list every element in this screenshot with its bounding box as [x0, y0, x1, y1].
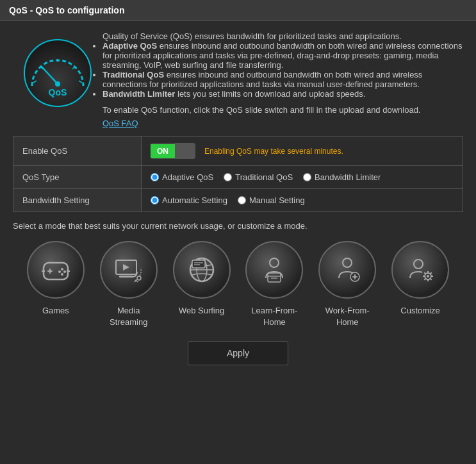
svg-point-15 [61, 273, 63, 276]
svg-point-39 [414, 260, 423, 269]
manual-setting-radio[interactable] [238, 196, 246, 204]
svg-point-30 [270, 258, 279, 267]
customize-icon [391, 241, 449, 299]
adaptive-desc: ensures inbound and outbound bandwidth o… [103, 41, 463, 70]
toggle-container: ON Enabling QoS may take several minutes… [151, 143, 454, 159]
enable-text: To enable QoS function, click the QoS sl… [103, 105, 463, 115]
enable-qos-toggle[interactable]: ON [151, 143, 195, 159]
page-header: QoS - QoS to configuration [0, 0, 476, 21]
adaptive-qos-option[interactable]: Adaptive QoS [151, 172, 213, 182]
adaptive-qos-radio[interactable] [151, 173, 159, 181]
svg-point-38 [354, 276, 356, 278]
web-surfing-label: Web Surfing [179, 305, 224, 317]
svg-line-49 [424, 279, 425, 280]
toggle-on-label: ON [151, 144, 175, 158]
bandwidth-limiter-label: Bandwidth Limiter [315, 172, 381, 182]
bandwidth-limiter-radio[interactable] [303, 173, 311, 181]
modes-container: Games MediaStreaming [13, 241, 463, 328]
svg-point-13 [63, 270, 66, 273]
svg-point-2 [55, 81, 60, 87]
web-surfing-icon [173, 241, 231, 299]
page-title: QoS - QoS to configuration [9, 5, 467, 15]
bandwidth-group: Automatic Setting Manual Setting [151, 195, 454, 205]
adaptive-item: Adaptive QoS ensures inbound and outboun… [103, 41, 463, 70]
svg-rect-31 [268, 273, 281, 282]
svg-point-34 [343, 258, 352, 267]
svg-rect-20 [119, 276, 133, 278]
traditional-qos-radio[interactable] [224, 173, 232, 181]
toggle-off-label [175, 143, 195, 159]
media-streaming-icon [100, 241, 158, 299]
games-label: Games [42, 305, 69, 317]
qos-type-row: QoS Type Adaptive QoS Traditional QoS Ba… [13, 166, 463, 189]
bandwidth-label: Bandwidth Limiter [103, 89, 175, 99]
bandwidth-setting-label: Bandwidth Setting [13, 189, 142, 212]
bandwidth-desc: lets you set limits on download and uplo… [175, 89, 365, 99]
work-from-home-icon [318, 241, 376, 299]
traditional-label: Traditional QoS [103, 70, 164, 79]
svg-point-41 [427, 275, 429, 278]
learn-from-home-label: Learn-From-Home [251, 305, 297, 328]
bandwidth-setting-row: Bandwidth Setting Automatic Setting Manu… [13, 189, 463, 212]
intro-text-block: Quality of Service (QoS) ensures bandwid… [103, 31, 463, 128]
auto-setting-label: Automatic Setting [162, 195, 227, 205]
traditional-qos-option[interactable]: Traditional QoS [224, 172, 293, 182]
qos-type-group: Adaptive QoS Traditional QoS Bandwidth L… [151, 172, 454, 182]
content-area: QoS Quality of Service (QoS) ensures ban… [0, 21, 476, 376]
intro-main: Quality of Service (QoS) ensures bandwid… [103, 31, 463, 41]
mode-learn-from-home[interactable]: Learn-From-Home [245, 241, 303, 328]
qos-logo: QoS [13, 38, 103, 108]
svg-point-12 [61, 268, 63, 270]
apply-button[interactable]: Apply [188, 341, 288, 365]
svg-point-21 [137, 276, 141, 280]
svg-point-14 [58, 270, 61, 273]
mode-media-streaming[interactable]: MediaStreaming [100, 241, 158, 328]
svg-marker-19 [123, 264, 129, 270]
svg-line-48 [431, 272, 432, 274]
work-from-home-label: Work-From-Home [325, 305, 370, 328]
qos-type-label: QoS Type [13, 166, 142, 189]
customize-label: Customize [400, 305, 439, 317]
intro-section: QoS Quality of Service (QoS) ensures ban… [13, 31, 463, 128]
settings-table: Enable QoS ON Enabling QoS may take seve… [13, 136, 463, 212]
mode-customize[interactable]: Customize [391, 241, 449, 317]
mode-games[interactable]: Games [27, 241, 85, 317]
media-streaming-label: MediaStreaming [110, 305, 147, 328]
svg-line-23 [136, 280, 138, 282]
enable-qos-label: Enable QoS [13, 137, 142, 166]
svg-line-47 [431, 279, 432, 280]
qos-warning: Enabling QoS may take several minutes. [204, 147, 343, 156]
mode-work-from-home[interactable]: Work-From-Home [318, 241, 376, 328]
svg-line-46 [424, 272, 425, 274]
traditional-qos-label: Traditional QoS [235, 172, 293, 182]
bandwidth-limiter-option[interactable]: Bandwidth Limiter [303, 172, 381, 182]
svg-text:QoS: QoS [49, 87, 67, 97]
enable-qos-row: Enable QoS ON Enabling QoS may take seve… [13, 137, 463, 166]
svg-rect-27 [192, 260, 205, 268]
manual-setting-option[interactable]: Manual Setting [238, 195, 305, 205]
bandwidth-item: Bandwidth Limiter lets you set limits on… [103, 89, 463, 99]
learn-from-home-icon [245, 241, 303, 299]
feature-list: Adaptive QoS ensures inbound and outboun… [103, 41, 463, 99]
manual-setting-label: Manual Setting [249, 195, 305, 205]
auto-setting-radio[interactable] [151, 196, 159, 204]
mode-web-surfing[interactable]: Web Surfing [173, 241, 231, 317]
adaptive-qos-label: Adaptive QoS [162, 172, 213, 182]
apply-container: Apply [13, 341, 463, 365]
games-icon [27, 241, 85, 299]
adaptive-label: Adaptive QoS [103, 41, 157, 51]
qos-faq-link[interactable]: QoS FAQ [103, 119, 138, 128]
traditional-item: Traditional QoS ensures inbound and outb… [103, 70, 463, 89]
mode-select-text: Select a mode that best suits your curre… [13, 221, 463, 231]
auto-setting-option[interactable]: Automatic Setting [151, 195, 227, 205]
